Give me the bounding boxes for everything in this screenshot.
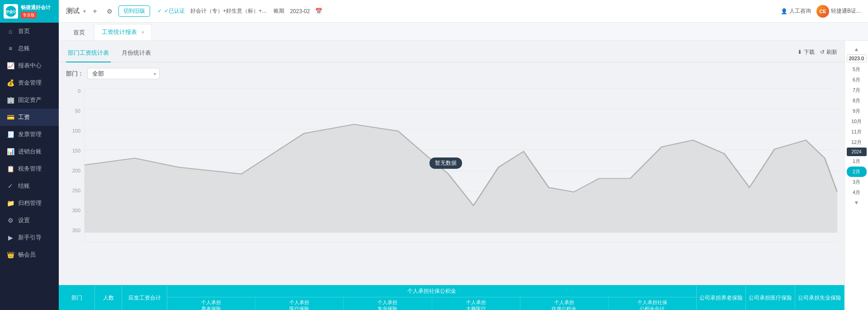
sidebar-item-settings[interactable]: ⚙ 设置 (0, 212, 59, 229)
sidebar-item-payroll[interactable]: 💳 工资 (0, 109, 59, 126)
y-label-350: 350 (66, 228, 84, 233)
month-10[interactable]: 10月 (847, 116, 867, 127)
sidebar-item-ledger[interactable]: ≡ 总账 (0, 40, 59, 57)
checkout-icon: ✓ (6, 182, 14, 190)
month-6[interactable]: 6月 (847, 75, 867, 85)
month-9[interactable]: 9月 (847, 106, 867, 116)
th-personal-pension: 个人承担养老保险 (167, 297, 255, 310)
svg-marker-9 (85, 124, 837, 233)
sidebar-item-home[interactable]: ⌂ 首页 (0, 23, 59, 40)
sidebar-item-guide[interactable]: ▶ 新手引导 (0, 229, 59, 246)
home-icon: ⌂ (6, 28, 14, 35)
y-label-0: 0 (66, 88, 84, 94)
chart-container: 350 300 250 200 150 100 50 0 (59, 85, 844, 285)
chart-and-table: 350 300 250 200 150 100 50 0 (59, 85, 844, 310)
y-label-150: 150 (66, 148, 84, 153)
th-dept: 部门 (59, 286, 95, 310)
check-icon: ✓ (157, 8, 162, 14)
invoice-icon: 🧾 (6, 131, 14, 138)
sidebar-item-invoice[interactable]: 🧾 发票管理 (0, 126, 59, 143)
page-body: 部门工资统计表 月份统计表 ⬇ 下载 ↺ 刷新 (59, 41, 868, 310)
sub-tab-dept[interactable]: 部门工资统计表 (66, 46, 111, 62)
sidebar-item-sales[interactable]: 📊 进销台账 (0, 143, 59, 160)
th-company-unemployment: 公司承担失业保险 (795, 286, 844, 310)
guide-icon: ▶ (6, 234, 14, 241)
y-axis: 350 300 250 200 150 100 50 0 (66, 88, 84, 242)
period-value: 2023-02 (290, 8, 310, 14)
month-4[interactable]: 4月 (847, 187, 867, 198)
sidebar-item-checkout[interactable]: ✓ 结账 (0, 177, 59, 195)
right-panel: ▲ 5月 6月 7月 8月 9月 10月 11月 12月 2024 1月 2月 … (844, 41, 868, 310)
sub-tabs: 部门工资统计表 月份统计表 ⬇ 下载 ↺ 刷新 (59, 41, 844, 62)
filter-row: 部门： 全部 销售部 财务部 技术部 行政部 ▾ (59, 62, 844, 85)
chart-scroll: 350 300 250 200 150 100 50 0 (59, 85, 844, 310)
switch-version-button[interactable]: 切到旧版 (118, 5, 150, 17)
sidebar-item-member[interactable]: 👑 畅会员 (0, 246, 59, 263)
user-menu[interactable]: CE 轻捷通B证... (816, 5, 861, 18)
funds-icon: 💰 (6, 79, 14, 86)
month-8[interactable]: 8月 (847, 95, 867, 106)
help-button[interactable]: 👤 人工咨询 (781, 7, 811, 15)
add-button[interactable]: + (90, 6, 100, 17)
year-2024-badge: 2024 (847, 148, 867, 156)
sidebar-item-reports[interactable]: 📈 报表中心 (0, 57, 59, 74)
dept-select[interactable]: 全部 销售部 财务部 技术部 行政部 (87, 68, 160, 79)
dept-select-wrapper: 全部 销售部 财务部 技术部 行政部 ▾ (87, 68, 160, 79)
download-button[interactable]: ⬇ 下载 (797, 48, 815, 56)
download-icon: ⬇ (797, 49, 802, 55)
th-personal-unemployment: 个人承担失业保险 (344, 297, 432, 310)
y-label-300: 300 (66, 208, 84, 213)
table-header: 部门 人数 应发工资合计 个人承担社保公积金 个人承担养老保险 个 (59, 285, 844, 310)
sub-tab-month[interactable]: 月份统计表 (120, 46, 153, 62)
logo-badge: 专业版 (21, 12, 37, 19)
sidebar-item-assets[interactable]: 🏢 固定资产 (0, 91, 59, 109)
dept-filter-label: 部门： (66, 70, 84, 78)
topbar: 测试 ▾ + ⚙ 切到旧版 ✓ ✓已认证 好会计（专）+好生意（标）+... 账… (59, 0, 868, 23)
sidebar-item-archive[interactable]: 📁 归档管理 (0, 195, 59, 212)
panel-up-arrow[interactable]: ▲ (852, 44, 861, 54)
avatar: CE (816, 5, 829, 18)
month-11[interactable]: 11月 (847, 127, 867, 137)
refresh-button[interactable]: ↺ 刷新 (820, 48, 837, 56)
month-2-active[interactable]: 2月 (847, 167, 867, 177)
period-label: 账期 (274, 7, 284, 15)
month-7[interactable]: 7月 (847, 85, 867, 95)
th-group-personal-cells: 个人承担养老保险 个人承担医疗保险 个人承担失业保险 个人承担大额医疗 个人承担… (167, 297, 696, 310)
settings-icon: ⚙ (6, 217, 14, 224)
chart-wrapper: 350 300 250 200 150 100 50 0 (66, 88, 837, 242)
th-personal-medical: 个人承担医疗保险 (255, 297, 344, 310)
archive-icon: 📁 (6, 200, 14, 207)
year-input[interactable] (847, 54, 867, 62)
assets-icon: 🏢 (6, 96, 14, 104)
logo-icon: 好会计 (4, 4, 18, 19)
month-5[interactable]: 5月 (847, 64, 867, 75)
month-12[interactable]: 12月 (847, 137, 867, 148)
ledger-icon: ≡ (6, 45, 14, 52)
th-personal-total: 个人承担社保公积金合计 (609, 297, 696, 310)
app-logo: 好会计 畅捷通好会计 专业版 (0, 0, 59, 23)
y-label-50: 50 (66, 108, 84, 114)
chart-tooltip: 暂无数据 (429, 157, 462, 169)
help-icon: 👤 (781, 8, 788, 14)
calendar-icon[interactable]: 📅 (315, 8, 322, 14)
th-count: 人数 (95, 286, 122, 310)
sidebar-item-tax[interactable]: 📋 税务管理 (0, 160, 59, 177)
sidebar-item-funds[interactable]: 💰 资金管理 (0, 74, 59, 91)
y-label-250: 250 (66, 188, 84, 193)
th-group-personal-title: 个人承担社保公积金 (167, 286, 696, 297)
member-icon: 👑 (6, 251, 14, 258)
panel-down-arrow[interactable]: ▼ (852, 198, 861, 208)
settings-topbar-button[interactable]: ⚙ (104, 6, 115, 17)
close-tab-icon[interactable]: × (142, 29, 144, 35)
main-area: 测试 ▾ + ⚙ 切到旧版 ✓ ✓已认证 好会计（专）+好生意（标）+... 账… (59, 0, 868, 310)
certified-tag: ✓ ✓已认证 (157, 7, 185, 15)
month-3[interactable]: 3月 (847, 177, 867, 187)
tab-home[interactable]: 首页 (66, 25, 92, 40)
topbar-right: 👤 人工咨询 CE 轻捷通B证... (781, 5, 861, 18)
sub-tab-actions: ⬇ 下载 ↺ 刷新 (797, 48, 837, 60)
month-1[interactable]: 1月 (847, 156, 867, 167)
content-with-panel: 部门工资统计表 月份统计表 ⬇ 下载 ↺ 刷新 (59, 41, 844, 310)
tab-payroll[interactable]: 工资统计报表 × (94, 24, 152, 40)
tabbar: 首页 工资统计报表 × (59, 23, 868, 41)
th-company-medical: 公司承担医疗保险 (746, 286, 795, 310)
